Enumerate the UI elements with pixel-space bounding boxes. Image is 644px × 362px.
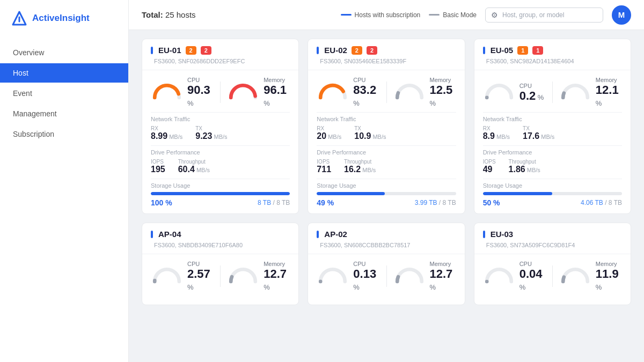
cpu-gauge [151, 265, 183, 287]
card-name: EU-05 [491, 46, 514, 55]
legend-line-basic [429, 14, 440, 16]
network-section: Network Traffic RX 8.99 MB/s TX 9.23 MB/… [142, 113, 298, 145]
drive-label: Drive Performance [151, 149, 290, 156]
accent-bar [483, 47, 485, 54]
iops-item: IOPS 49 [483, 159, 496, 174]
card-header: EU-01 22 FS3600, SNF02686DDD2EF9EFC [142, 39, 298, 70]
metrics-sep [220, 82, 221, 103]
sidebar-item-overview[interactable]: Overview [0, 43, 128, 62]
memory-label: Memory [430, 77, 456, 83]
iops-item: IOPS 711 [317, 159, 331, 174]
badge: 1 [532, 46, 543, 55]
sidebar-item-host[interactable]: Host [0, 63, 128, 83]
cards-grid: EU-01 22 FS3600, SNF02686DDD2EF9EFC CPU … [142, 39, 631, 305]
throughput-item: Throughput 60.4 MB/s [178, 159, 210, 174]
storage-size: 8 TB / 8 TB [258, 199, 290, 206]
legend-basic: Basic Mode [429, 11, 477, 19]
accent-bar [483, 231, 485, 238]
tx-item: TX 9.23 MB/s [195, 125, 227, 141]
card-header: AP-04 FS3600, SNBDB3409E710F6A80 [142, 223, 298, 254]
cpu-block: CPU 0.13 % [317, 261, 379, 292]
cpu-label: CPU [519, 261, 546, 267]
card-header: AP-02 FS3600, SN608CCBBB2BC78517 [308, 223, 464, 254]
badge: 2 [201, 46, 211, 55]
badge: 1 [517, 46, 528, 55]
memory-value: 96.1 % [264, 84, 290, 108]
metrics-sep [386, 82, 387, 103]
card-model: FS3600, SNBDB3409E710F6A80 [154, 242, 243, 248]
rx-item: RX 8.99 MB/s [151, 125, 182, 141]
cpu-block: CPU 0.04 % [483, 261, 546, 292]
cpu-value: 0.13 % [353, 268, 379, 292]
storage-size: 3.99 TB / 8 TB [415, 199, 456, 206]
memory-label: Memory [596, 261, 622, 267]
badge: 2 [186, 46, 196, 55]
card-header: EU-03 FS3600, SN73A509FC6C9D81F4 [474, 223, 631, 254]
card-ap-04: AP-04 FS3600, SNBDB3409E710F6A80 CPU 2.5… [142, 223, 299, 305]
card-model: FS3600, SNF02686DDD2EF9EFC [154, 58, 245, 64]
memory-block: Memory 96.1 % [227, 77, 290, 108]
badge: 2 [367, 46, 377, 55]
metrics-sep [552, 82, 553, 103]
storage-pct: 50 % [483, 198, 500, 207]
memory-gauge [559, 82, 591, 103]
accent-bar [151, 47, 153, 54]
network-label: Network Traffic [317, 116, 456, 122]
storage-bar-fill [151, 192, 290, 195]
filter-input[interactable]: ⚙ Host, group, or model [485, 8, 603, 23]
filter-icon: ⚙ [491, 11, 498, 19]
throughput-item: Throughput 1.86 MB/s [509, 159, 540, 174]
cpu-value: 0.2 % [519, 90, 544, 102]
cpu-value: 0.04 % [519, 268, 546, 292]
badge: 2 [352, 46, 362, 55]
storage-bar-bg [483, 192, 622, 195]
drive-label: Drive Performance [483, 149, 622, 156]
cpu-label: CPU [353, 77, 379, 83]
sidebar-nav: Overview Host Event Management Subscript… [0, 36, 128, 150]
accent-bar [317, 231, 319, 238]
storage-bar-fill [317, 192, 385, 195]
cpu-label: CPU [187, 77, 214, 83]
card-model: FS3600, SNC982AD14138E4604 [486, 58, 574, 64]
cpu-block: CPU 2.57 % [151, 261, 214, 292]
drive-section: Drive Performance IOPS 711 Throughput 16… [308, 146, 464, 179]
rx-item: RX 20 MB/s [317, 125, 341, 141]
card-eu-02: EU-02 22 FS3600, SN035460EE1583339F CPU … [308, 39, 465, 214]
cpu-gauge [317, 82, 349, 103]
network-section: Network Traffic RX 20 MB/s TX 10.9 MB/s [308, 113, 464, 145]
cpu-label: CPU [187, 261, 214, 267]
cpu-block: CPU 83.2 % [317, 77, 379, 108]
memory-gauge [227, 265, 259, 287]
card-metrics: CPU 0.2 % Memory 12.1 % [474, 70, 631, 112]
network-label: Network Traffic [151, 116, 290, 122]
storage-label: Storage Usage [317, 182, 456, 189]
card-metrics: CPU 2.57 % Memory 12.7 % [142, 254, 298, 296]
legend: Hosts with subscription Basic Mode [341, 11, 477, 19]
memory-value: 11.9 % [596, 268, 622, 292]
tx-item: TX 17.6 MB/s [523, 125, 554, 141]
accent-bar [151, 231, 153, 238]
metrics-sep [220, 265, 221, 287]
card-header: EU-02 22 FS3600, SN035460EE1583339F [308, 39, 464, 70]
memory-block: Memory 12.1 % [559, 77, 622, 108]
network-section: Network Traffic RX 8.9 MB/s TX 17.6 MB/s [474, 113, 631, 145]
page-title: Total: 25 hosts [142, 10, 196, 19]
card-eu-03: EU-03 FS3600, SN73A509FC6C9D81F4 CPU 0.0… [474, 223, 631, 305]
main-content: Total: 25 hosts Hosts with subscription … [129, 0, 644, 362]
logo: ActiveInsight [0, 0, 128, 36]
card-name: AP-02 [324, 230, 347, 239]
card-name: EU-02 [324, 46, 347, 55]
memory-value: 12.7 % [430, 268, 456, 292]
storage-bar-bg [151, 192, 290, 195]
cpu-block: CPU 0.2 % [483, 82, 546, 103]
card-metrics: CPU 0.13 % Memory 12.7 % [308, 254, 464, 296]
cpu-gauge [151, 82, 183, 103]
drive-section: Drive Performance IOPS 195 Throughput 60… [142, 146, 298, 179]
sidebar-item-event[interactable]: Event [0, 84, 128, 103]
drive-label: Drive Performance [317, 149, 456, 156]
sidebar-item-management[interactable]: Management [0, 104, 128, 123]
drive-section: Drive Performance IOPS 49 Throughput 1.8… [474, 146, 631, 179]
memory-block: Memory 12.7 % [227, 261, 290, 292]
memory-gauge [559, 265, 591, 287]
sidebar-item-subscription[interactable]: Subscription [0, 124, 128, 144]
